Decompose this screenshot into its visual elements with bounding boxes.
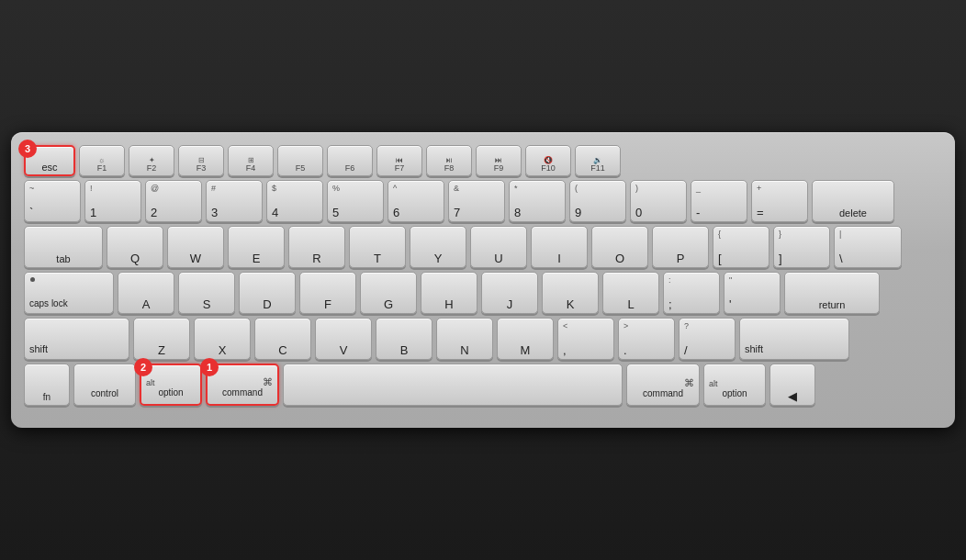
9-key[interactable]: ( 9: [569, 180, 626, 222]
period-key[interactable]: > .: [618, 318, 675, 360]
0-top: ): [635, 184, 638, 193]
l-key[interactable]: L: [602, 272, 659, 314]
a-key[interactable]: A: [118, 272, 174, 314]
7-key[interactable]: & 7: [448, 180, 505, 222]
j-key[interactable]: J: [481, 272, 538, 314]
4-key[interactable]: $ 4: [266, 180, 323, 222]
period-top: >: [623, 321, 628, 330]
i-label: I: [557, 252, 561, 264]
f6-key[interactable]: F6: [327, 145, 373, 176]
p-key[interactable]: P: [652, 226, 709, 268]
b-key[interactable]: B: [376, 318, 432, 360]
equals-key[interactable]: + =: [751, 180, 808, 222]
6-primary: 6: [393, 207, 399, 218]
m-key[interactable]: M: [497, 318, 554, 360]
3-key[interactable]: # 3: [206, 180, 263, 222]
command-right-key[interactable]: ⌘ command: [626, 364, 700, 406]
quote-top: ": [729, 275, 732, 285]
option-left-key[interactable]: 2 alt option: [140, 364, 202, 406]
f5-key[interactable]: F5: [277, 145, 323, 176]
esc-key[interactable]: 3 esc: [24, 145, 75, 176]
f-key[interactable]: F: [299, 272, 356, 314]
shift-left-label: shift: [29, 343, 48, 354]
control-label: control: [91, 389, 118, 398]
2-key[interactable]: @ 2: [145, 180, 202, 222]
f9-key[interactable]: ⏭ F9: [476, 145, 522, 176]
bracket-open-primary: [: [718, 252, 722, 264]
minus-key[interactable]: _ -: [691, 180, 747, 222]
6-key[interactable]: ^ 6: [388, 180, 444, 222]
8-key[interactable]: * 8: [509, 180, 566, 222]
o-key[interactable]: O: [591, 226, 648, 268]
f11-label: F11: [590, 164, 605, 173]
f3-label: F3: [197, 164, 207, 173]
f2-label: F2: [147, 164, 157, 173]
v-key[interactable]: V: [315, 318, 372, 360]
2-primary: 2: [151, 207, 157, 218]
bracket-open-key[interactable]: { [: [713, 226, 769, 268]
1-key[interactable]: ! 1: [84, 180, 141, 222]
caps-lock-key[interactable]: caps lock: [24, 272, 114, 314]
f8-key[interactable]: ⏯ F8: [426, 145, 472, 176]
0-key[interactable]: ) 0: [630, 180, 687, 222]
y-key[interactable]: Y: [410, 226, 466, 268]
f4-key[interactable]: ⊞ F4: [228, 145, 274, 176]
u-label: U: [494, 252, 502, 264]
tab-key[interactable]: tab: [24, 226, 103, 268]
command-top-icon: ⌘: [263, 377, 273, 387]
bracket-close-key[interactable]: } ]: [773, 226, 830, 268]
5-key[interactable]: % 5: [327, 180, 384, 222]
w-key[interactable]: W: [167, 226, 224, 268]
semicolon-key[interactable]: : ;: [663, 272, 720, 314]
slash-key[interactable]: ? /: [679, 318, 736, 360]
9-primary: 9: [575, 207, 581, 218]
h-label: H: [444, 298, 453, 310]
8-top: *: [514, 184, 518, 193]
q-key[interactable]: Q: [107, 226, 163, 268]
bracket-open-top: {: [718, 230, 721, 239]
command-label: command: [222, 388, 263, 398]
caps-lock-dot: [30, 277, 35, 282]
m-label: M: [521, 344, 531, 356]
g-key[interactable]: G: [360, 272, 417, 314]
number-key-row: ~ ` ! 1 @ 2 # 3 $ 4 % 5: [24, 180, 942, 222]
shift-left-key[interactable]: shift: [24, 318, 129, 360]
e-key[interactable]: E: [228, 226, 285, 268]
backtick-key[interactable]: ~ `: [24, 180, 81, 222]
comma-key[interactable]: < ,: [557, 318, 614, 360]
left-arrow-key[interactable]: ◀: [769, 364, 815, 406]
delete-key[interactable]: delete: [812, 180, 894, 222]
f2-key[interactable]: ✦ F2: [129, 145, 174, 176]
c-label: C: [278, 344, 286, 356]
i-key[interactable]: I: [531, 226, 588, 268]
quote-key[interactable]: " ': [724, 272, 781, 314]
h-key[interactable]: H: [421, 272, 477, 314]
t-key[interactable]: T: [349, 226, 406, 268]
n-key[interactable]: N: [436, 318, 493, 360]
f7-key[interactable]: ⏮ F7: [376, 145, 422, 176]
command-left-key[interactable]: 1 ⌘ command: [206, 364, 279, 406]
x-key[interactable]: X: [194, 318, 251, 360]
control-key[interactable]: control: [73, 364, 136, 406]
option-right-key[interactable]: alt option: [703, 364, 766, 406]
f10-key[interactable]: 🔇 F10: [525, 145, 571, 176]
s-key[interactable]: S: [178, 272, 235, 314]
shift-right-key[interactable]: shift: [739, 318, 849, 360]
fn-key[interactable]: fn: [24, 364, 70, 406]
r-key[interactable]: R: [288, 226, 345, 268]
return-key[interactable]: return: [784, 272, 880, 314]
keyboard: 3 esc ☼ F1 ✦ F2 ⊟ F3: [11, 132, 955, 428]
z-key[interactable]: Z: [133, 318, 190, 360]
slash-primary: /: [684, 344, 688, 356]
backslash-key[interactable]: | \: [834, 226, 902, 268]
k-label: K: [567, 298, 575, 310]
f3-key[interactable]: ⊟ F3: [178, 145, 224, 176]
u-key[interactable]: U: [470, 226, 527, 268]
c-key[interactable]: C: [254, 318, 311, 360]
backslash-primary: \: [839, 252, 843, 264]
f1-key[interactable]: ☼ F1: [79, 145, 125, 176]
k-key[interactable]: K: [542, 272, 599, 314]
f11-key[interactable]: 🔉 F11: [575, 145, 621, 176]
space-key[interactable]: [283, 364, 623, 406]
d-key[interactable]: D: [239, 272, 296, 314]
